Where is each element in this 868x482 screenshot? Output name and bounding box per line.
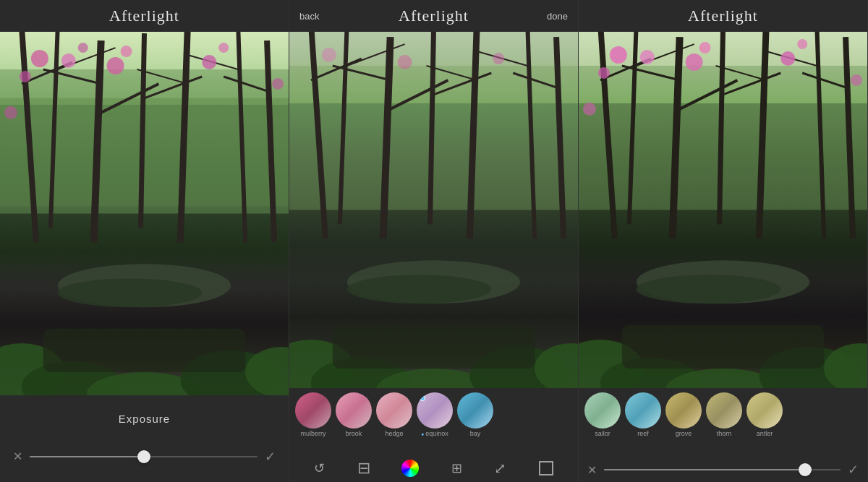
image-area-3 — [579, 32, 867, 388]
panel2-tint — [289, 32, 578, 388]
filter-label-thorn: thorn — [717, 430, 732, 437]
bottom-bar-2: mulberry brook hedge ●equinox bay — [289, 388, 578, 482]
app-title-2: Afterlight — [399, 7, 469, 25]
filter-item-reef[interactable]: reef — [625, 392, 661, 437]
filter-item-antler[interactable]: antler — [746, 392, 783, 437]
svg-rect-35 — [43, 329, 245, 372]
color-wheel-icon[interactable] — [401, 460, 419, 477]
svg-point-33 — [180, 350, 281, 395]
app-title-1: Afterlight — [109, 7, 179, 25]
filter-label-brook: brook — [346, 430, 362, 437]
filter-item-brook[interactable]: brook — [336, 392, 372, 437]
filter-label-antler: antler — [757, 430, 773, 437]
filter-thumb-antler[interactable] — [746, 392, 783, 429]
back-button[interactable]: back — [299, 11, 319, 22]
filter-item-hedge[interactable]: hedge — [376, 392, 412, 437]
svg-point-90 — [579, 340, 644, 388]
svg-point-29 — [58, 278, 202, 307]
filter-item-mulberry[interactable]: mulberry — [295, 392, 331, 437]
filter-label-equinox: ●equinox — [421, 430, 448, 437]
crop-icon[interactable]: ⤢ — [494, 460, 506, 477]
filter-item-grove[interactable]: grove — [665, 392, 702, 437]
filter-label-grove: grove — [676, 430, 692, 437]
slider-fill-3 — [604, 469, 805, 470]
svg-point-30 — [0, 343, 65, 395]
slider-fill-1 — [30, 456, 144, 457]
panel-1: Afterlight — [0, 0, 289, 482]
cancel-icon-1[interactable]: ✕ — [13, 449, 22, 463]
sky-3 — [579, 32, 867, 103]
image-area-1 — [0, 32, 289, 395]
film-icon[interactable]: ⊞ — [451, 460, 462, 476]
forest-scene-3 — [579, 32, 867, 388]
filter-strip-3: sailor reef grove thorn antler — [582, 392, 864, 437]
confirm-icon-1[interactable]: ✓ — [265, 449, 276, 465]
filter-label-reef: reef — [637, 430, 649, 437]
svg-point-91 — [600, 358, 702, 388]
slider-thumb-3[interactable] — [799, 463, 812, 476]
confirm-icon-3[interactable]: ✓ — [848, 462, 859, 478]
filter-thumb-grove[interactable] — [665, 392, 702, 429]
forest-scene-2 — [289, 32, 578, 388]
bottom-bar-1: Exposure ✕ ✓ — [0, 395, 289, 482]
filter-item-sailor[interactable]: sailor — [584, 392, 621, 437]
filter-strip-2: mulberry brook hedge ●equinox bay — [292, 392, 575, 437]
exposure-label: Exposure — [119, 413, 170, 425]
done-button[interactable]: done — [547, 11, 568, 22]
cancel-icon-3[interactable]: ✕ — [587, 463, 597, 477]
filter-thumb-brook[interactable] — [336, 392, 372, 429]
svg-point-28 — [58, 264, 231, 307]
equinox-dot — [420, 395, 425, 401]
filter-label-hedge: hedge — [385, 430, 403, 437]
svg-point-93 — [759, 347, 860, 388]
forest-scene-1 — [0, 32, 289, 395]
svg-point-26 — [4, 106, 17, 119]
bottom-bar-3: sailor reef grove thorn antler ✕ — [579, 388, 867, 482]
svg-point-89 — [637, 275, 781, 304]
rotate-icon[interactable]: ↺ — [314, 460, 325, 476]
panel-3: Afterlight — [579, 0, 868, 482]
frame-icon[interactable] — [539, 461, 553, 475]
slider-row-1[interactable]: ✕ ✓ — [7, 449, 281, 465]
filter-thumb-reef[interactable] — [625, 392, 661, 429]
adjust-icon[interactable]: ⊟ — [357, 459, 370, 478]
filter-label-sailor: sailor — [595, 430, 610, 437]
svg-rect-95 — [622, 325, 824, 369]
toolbar-row: ↺ ⊟ ⊞ ⤢ — [292, 459, 575, 478]
filter-label-mulberry: mulberry — [300, 430, 326, 437]
slider-row-3[interactable]: ✕ ✓ — [582, 462, 864, 478]
filter-item-equinox[interactable]: ●equinox — [417, 392, 453, 437]
filter-thumb-sailor[interactable] — [584, 392, 621, 429]
svg-point-86 — [583, 103, 596, 116]
top-bar-2: back Afterlight done — [289, 0, 578, 32]
filter-item-bay[interactable]: bay — [457, 392, 493, 437]
image-area-2 — [289, 32, 578, 388]
filter-item-thorn[interactable]: thorn — [706, 392, 742, 437]
top-bar-3: Afterlight — [579, 0, 867, 32]
svg-rect-2 — [0, 98, 289, 207]
filter-label-bay: bay — [470, 430, 481, 437]
svg-point-88 — [637, 260, 809, 304]
svg-point-94 — [824, 343, 867, 388]
filter-thumb-thorn[interactable] — [706, 392, 742, 429]
svg-point-92 — [665, 369, 781, 388]
filter-thumb-bay[interactable] — [457, 392, 493, 429]
app-title-3: Afterlight — [688, 7, 758, 25]
panel-2: back Afterlight done — [289, 0, 579, 482]
filter-thumb-mulberry[interactable] — [295, 392, 331, 429]
sky-1 — [0, 32, 289, 105]
filter-thumb-hedge[interactable] — [376, 392, 412, 429]
svg-point-34 — [245, 347, 289, 395]
slider-track-3[interactable] — [604, 469, 841, 470]
svg-point-31 — [22, 361, 123, 395]
slider-thumb-1[interactable] — [137, 450, 150, 463]
slider-track-1[interactable] — [30, 456, 258, 457]
svg-point-32 — [87, 372, 203, 395]
top-bar-1: Afterlight — [0, 0, 289, 32]
filter-thumb-equinox[interactable] — [417, 392, 453, 429]
